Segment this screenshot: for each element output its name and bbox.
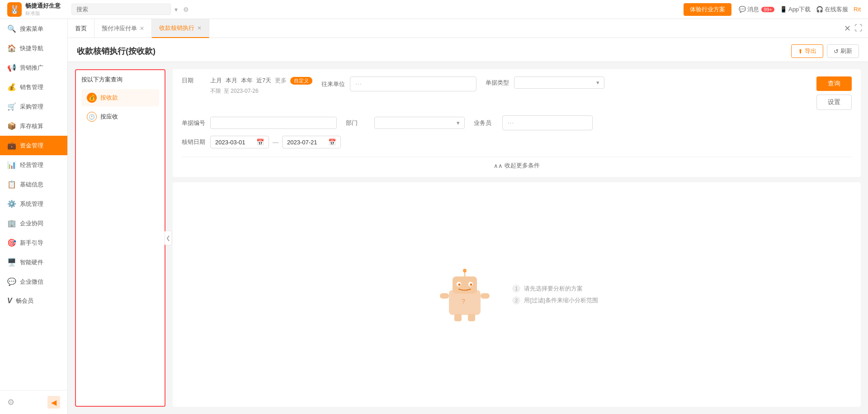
operation-icon: 📊 (7, 161, 16, 169)
enterprise-icon: 🏢 (7, 219, 16, 228)
date-last-month[interactable]: 上月 (210, 76, 222, 85)
sidebar-item-label: 销售管理 (20, 83, 43, 91)
date-custom-badge[interactable]: 自定义 (290, 77, 312, 85)
wechat-icon: 💬 (7, 277, 16, 286)
date-this-month[interactable]: 本月 (226, 76, 237, 85)
verify-date-end-cal-icon: 📅 (328, 138, 336, 146)
tab-home-label: 首页 (75, 24, 87, 33)
sidebar-item-label: 新手引导 (20, 239, 43, 247)
export-btn[interactable]: ⬆ 导出 (791, 44, 823, 58)
tab-expand-btn[interactable]: ⛶ (854, 24, 863, 33)
empty-tips: 1 请先选择要分析的方案 2 用[过滤]条件来缩小分析范围 (512, 285, 598, 305)
user-name[interactable]: Rit (854, 6, 861, 13)
sidebar-item-label: 智能硬件 (20, 258, 43, 266)
search-menu-icon: 🔍 (7, 24, 16, 33)
staff-dots: ··· (507, 118, 514, 128)
svg-rect-8 (454, 314, 462, 321)
sidebar-item-guide[interactable]: 🎯 新手引导 (0, 233, 67, 252)
sidebar-item-label: 快捷导航 (20, 44, 43, 52)
sidebar-collapse-btn[interactable]: ◀ (47, 396, 60, 409)
search-input[interactable] (71, 4, 171, 15)
page-header: 收款核销执行(按收款) ⬆ 导出 ↺ 刷新 (68, 38, 868, 62)
svg-rect-9 (468, 314, 475, 321)
refresh-btn[interactable]: ↺ 刷新 (827, 44, 859, 58)
tab-receipt[interactable]: 收款核销执行 ✕ (152, 19, 209, 38)
sidebar-item-operation[interactable]: 📊 经营管理 (0, 155, 67, 175)
staff-filter-group: 业务员 ··· (474, 115, 593, 130)
partner-select[interactable]: ··· (350, 76, 476, 91)
collapse-more-label: 收起更多条件 (505, 162, 540, 170)
sidebar-item-label: 经营管理 (20, 161, 43, 169)
finance-icon: 💼 (7, 141, 16, 150)
empty-state: ? 1 请先选择要分析的方案 2 用[过滤]条件来缩小分析范围 (173, 182, 861, 407)
sidebar-item-label: 畅会员 (16, 297, 33, 305)
left-panel-title: 按以下方案查询 (81, 76, 159, 84)
tab-prepay-label: 预付冲应付单 (102, 24, 137, 33)
sidebar-item-finance[interactable]: 💼 资金管理 (0, 136, 67, 155)
partner-filter-group: 往来单位 ··· (321, 76, 476, 91)
doc-no-input[interactable] (210, 117, 337, 129)
sidebar-item-marketing[interactable]: 📢 营销推广 (0, 58, 67, 77)
search-dropdown-icon[interactable]: ▾ (175, 6, 178, 13)
date-options: 上月 本月 本年 近7天 更多 自定义 不限 至 2023-07-26 (210, 76, 312, 95)
page-title: 收款核销执行(按收款) (77, 46, 156, 57)
dept-dropdown-icon: ▾ (457, 119, 460, 126)
app-edition: 标准版 (25, 10, 61, 17)
sidebar-item-search-menu[interactable]: 🔍 搜索菜单 (0, 19, 67, 38)
sidebar-item-member[interactable]: V 畅会员 (0, 291, 67, 310)
chevron-up-icon: ∧∧ (494, 162, 503, 169)
clock-icon: 🕐 (89, 114, 95, 120)
sidebar-item-quick-nav[interactable]: 🏠 快捷导航 (0, 38, 67, 58)
left-panel-collapse-btn[interactable]: ❮ (165, 231, 172, 245)
sidebar-item-enterprise[interactable]: 🏢 企业协同 (0, 214, 67, 233)
sidebar-item-hardware[interactable]: 🖥️ 智能硬件 (0, 252, 67, 272)
tab-close-btn[interactable]: ✕ (844, 24, 851, 33)
filter-settings-btn[interactable]: 设置 (816, 95, 852, 110)
verify-date-filter-group: 核销日期 2023-03-01 📅 — 2023-07-21 📅 (182, 136, 341, 148)
tab-prepay[interactable]: 预付冲应付单 ✕ (94, 19, 152, 38)
sidebar-item-system[interactable]: ⚙️ 系统管理 (0, 194, 67, 214)
date-no-limit-row: 不限 至 2023-07-26 (210, 86, 312, 95)
divider (182, 157, 852, 157)
app-download-link[interactable]: 📱 App下载 (780, 5, 811, 14)
date-this-year[interactable]: 本年 (241, 76, 253, 85)
tab-home[interactable]: 首页 (68, 19, 94, 38)
system-icon: ⚙️ (7, 200, 16, 208)
filter-row-1: 日期 上月 本月 本年 近7天 更多 自定义 (182, 76, 852, 110)
collapse-more-btn[interactable]: ∧∧ 收起更多条件 (494, 162, 540, 170)
tab-receipt-close[interactable]: ✕ (197, 25, 202, 31)
hardware-icon: 🖥️ (7, 258, 16, 266)
dept-select[interactable]: ▾ (374, 117, 465, 129)
verify-date-end-input[interactable]: 2023-07-21 📅 (282, 136, 341, 148)
verify-date-start-cal-icon: 📅 (256, 138, 264, 146)
staff-select[interactable]: ··· (502, 115, 593, 130)
settings-icon[interactable]: ⚙ (183, 6, 189, 13)
sidebar-item-label: 企业协同 (20, 219, 43, 228)
sidebar-item-purchase[interactable]: 🛒 采购管理 (0, 97, 67, 116)
message-label: 消息 (747, 5, 759, 14)
doc-no-label: 单据编号 (182, 119, 207, 127)
industry-btn[interactable]: 体验行业方案 (684, 3, 731, 16)
quick-nav-icon: 🏠 (7, 44, 16, 52)
sidebar-settings-icon[interactable]: ⚙ (7, 397, 14, 407)
filter-option-by-receipt[interactable]: 💰 按收款 (81, 89, 159, 106)
empty-tip-2: 2 用[过滤]条件来缩小分析范围 (512, 296, 598, 305)
sidebar-item-wechat[interactable]: 💬 企业微信 (0, 272, 67, 291)
by-receivable-icon: 🕐 (87, 112, 97, 122)
doc-type-select[interactable]: ▾ (514, 76, 604, 89)
message-icon-group[interactable]: 💬 消息 99+ (739, 5, 774, 14)
left-panel: 按以下方案查询 💰 按收款 🕐 按应收 ❮ (75, 69, 165, 407)
tab-prepay-close[interactable]: ✕ (140, 25, 144, 32)
online-service-link[interactable]: 🎧 在线客服 (816, 5, 848, 14)
date-more[interactable]: 更多 (275, 76, 287, 85)
sidebar-item-inventory[interactable]: 📦 库存核算 (0, 116, 67, 136)
right-panel: 日期 上月 本月 本年 近7天 更多 自定义 (173, 69, 861, 407)
filter-option-by-receivable[interactable]: 🕐 按应收 (81, 108, 159, 125)
verify-date-start-input[interactable]: 2023-03-01 📅 (210, 136, 269, 148)
sidebar-item-basic[interactable]: 📋 基础信息 (0, 175, 67, 194)
date-separator: — (273, 139, 278, 146)
query-btn[interactable]: 查询 (816, 76, 852, 91)
filter-bar: 日期 上月 本月 本年 近7天 更多 自定义 (173, 69, 861, 177)
date-last-7days[interactable]: 近7天 (256, 76, 271, 85)
sidebar-item-sales[interactable]: 💰 销售管理 (0, 77, 67, 97)
